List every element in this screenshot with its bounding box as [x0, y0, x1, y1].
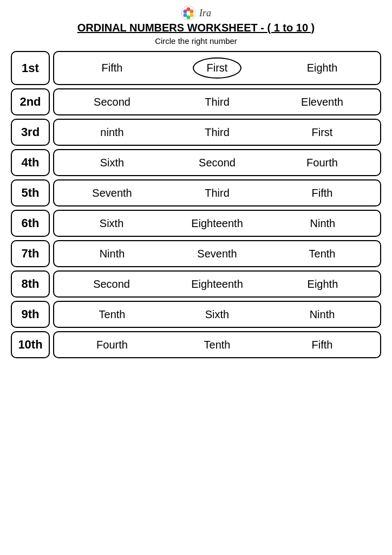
- ordinal-label: 9th: [11, 301, 50, 328]
- ordinal-label: 1st: [11, 51, 50, 85]
- option-text[interactable]: Fifth: [88, 62, 136, 74]
- svg-point-3: [190, 14, 194, 17]
- option-text[interactable]: Fourth: [88, 339, 136, 351]
- worksheet-row: 2ndSecondThirdEleventh: [11, 88, 381, 115]
- svg-point-5: [184, 14, 187, 17]
- option-text[interactable]: Eighteenth: [191, 217, 243, 230]
- svg-point-4: [187, 16, 191, 20]
- option-text[interactable]: Sixth: [193, 308, 241, 321]
- option-text[interactable]: Ninth: [298, 217, 347, 230]
- options-box: NinthSeventhTenth: [53, 240, 381, 267]
- ordinal-label: 6th: [11, 210, 50, 237]
- options-box: SixthSecondFourth: [53, 149, 381, 176]
- ordinal-label: 4th: [11, 149, 50, 176]
- option-text[interactable]: Seventh: [88, 187, 136, 199]
- options-box: ninthThirdFirst: [53, 119, 381, 146]
- options-box: FourthTenthFifth: [53, 331, 381, 358]
- ordinal-label: 10th: [11, 331, 50, 358]
- option-text[interactable]: Ninth: [298, 308, 347, 321]
- options-box: FifthFirstEighth: [53, 51, 381, 85]
- option-text[interactable]: Sixth: [88, 157, 136, 169]
- ordinal-label: 3rd: [11, 119, 50, 146]
- option-text[interactable]: ninth: [88, 126, 136, 139]
- option-text[interactable]: Second: [193, 157, 241, 169]
- option-text[interactable]: Eleventh: [298, 96, 347, 108]
- logo-area: Ira: [181, 5, 211, 21]
- worksheet-row: 6thSixthEighteenthNinth: [11, 210, 381, 237]
- worksheet: 1stFifthFirstEighth2ndSecondThirdElevent…: [11, 51, 381, 358]
- logo-icon: [181, 5, 196, 21]
- option-text[interactable]: Eighth: [298, 278, 347, 291]
- options-box: TenthSixthNinth: [53, 301, 381, 328]
- option-text[interactable]: Third: [193, 96, 241, 108]
- ordinal-label: 7th: [11, 240, 50, 267]
- worksheet-row: 4thSixthSecondFourth: [11, 149, 381, 176]
- page-title: ORDINAL NUMBERS WORKSHEET - ( 1 to 10 ): [77, 22, 315, 34]
- options-box: SecondEighteenthEighth: [53, 270, 381, 298]
- options-box: SecondThirdEleventh: [53, 88, 381, 115]
- logo-text: Ira: [199, 8, 211, 19]
- option-text[interactable]: Eighth: [298, 62, 347, 74]
- worksheet-row: 10thFourthTenthFifth: [11, 331, 381, 358]
- worksheet-row: 1stFifthFirstEighth: [11, 51, 381, 85]
- worksheet-row: 9thTenthSixthNinth: [11, 301, 381, 328]
- option-text[interactable]: Tenth: [193, 339, 241, 351]
- option-text[interactable]: Fifth: [298, 187, 347, 199]
- page-subtitle: Circle the right number: [155, 36, 237, 46]
- ordinal-label: 8th: [11, 270, 50, 298]
- ordinal-label: 2nd: [11, 88, 50, 115]
- worksheet-row: 5thSeventhThirdFifth: [11, 179, 381, 206]
- option-text[interactable]: Second: [88, 96, 136, 108]
- svg-point-6: [184, 10, 187, 14]
- option-text[interactable]: Ninth: [88, 248, 136, 260]
- option-text[interactable]: Seventh: [193, 248, 241, 260]
- worksheet-row: 3rdninthThirdFirst: [11, 119, 381, 146]
- option-text[interactable]: Fifth: [298, 339, 347, 351]
- option-text[interactable]: First: [193, 57, 241, 79]
- option-text[interactable]: Sixth: [87, 217, 136, 230]
- option-text[interactable]: Third: [193, 187, 241, 199]
- worksheet-row: 7thNinthSeventhTenth: [11, 240, 381, 267]
- option-text[interactable]: Eighteenth: [191, 278, 243, 291]
- option-text[interactable]: Third: [193, 126, 241, 139]
- svg-point-2: [190, 10, 194, 14]
- option-text[interactable]: Tenth: [88, 308, 136, 321]
- worksheet-row: 8thSecondEighteenthEighth: [11, 270, 381, 298]
- option-text[interactable]: Tenth: [298, 248, 347, 260]
- option-text[interactable]: Second: [87, 278, 136, 291]
- options-box: SixthEighteenthNinth: [53, 210, 381, 237]
- svg-point-1: [187, 8, 191, 11]
- option-text[interactable]: First: [298, 126, 347, 139]
- options-box: SeventhThirdFifth: [53, 179, 381, 206]
- ordinal-label: 5th: [11, 179, 50, 206]
- option-text[interactable]: Fourth: [298, 157, 347, 169]
